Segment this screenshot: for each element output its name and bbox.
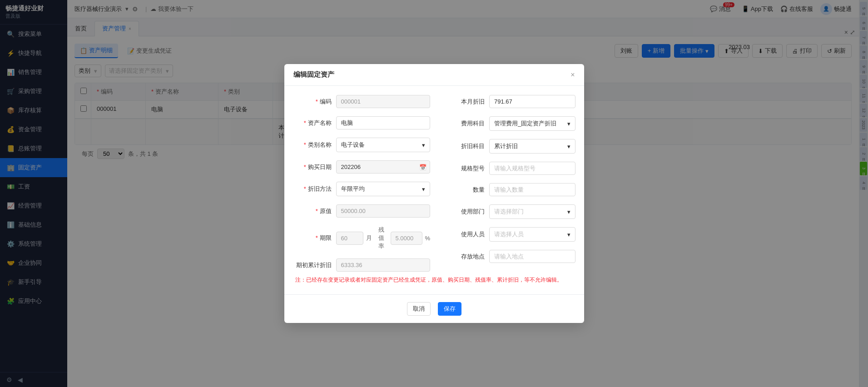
form-right-col: 本月折旧 费用科目 管理费用_固定资产折旧 ▾ 折旧科目 — [448, 95, 575, 272]
form-row-name: 资产名称 — [295, 116, 431, 129]
category-label: 类别名称 — [295, 141, 332, 149]
calendar-icon: 📅 — [419, 164, 427, 170]
quantity-label: 数量 — [448, 186, 485, 194]
period-inline: 月 残值率 % — [336, 226, 431, 250]
initial-depreciation-label: 期初累计折旧 — [295, 261, 332, 269]
spec-label: 规格型号 — [448, 164, 485, 173]
spec-input[interactable] — [489, 162, 575, 175]
department-label: 使用部门 — [448, 208, 485, 216]
user-placeholder: 请选择人员 — [494, 230, 524, 238]
cancel-btn[interactable]: 取消 — [407, 302, 431, 316]
form-left-col: 编码 资产名称 类别名称 电子设备 ▾ — [295, 95, 431, 272]
form-row-initial-depreciation: 期初累计折旧 — [295, 258, 431, 272]
name-label: 资产名称 — [295, 119, 332, 127]
initial-depreciation-input[interactable] — [336, 258, 431, 272]
depreciation-subject-select[interactable]: 累计折旧 ▾ — [489, 139, 575, 154]
original-value-label: 原值 — [295, 207, 332, 215]
depreciation-method-label: 折旧方法 — [295, 185, 332, 193]
depreciation-method-arrow: ▾ — [422, 186, 425, 193]
purchase-date-label: 购买日期 — [295, 163, 332, 171]
form-row-spec: 规格型号 — [448, 162, 575, 175]
form-row-quantity: 数量 — [448, 183, 575, 196]
dialog-body: 编码 资产名称 类别名称 电子设备 ▾ — [284, 86, 584, 294]
category-select-value: 电子设备 — [341, 141, 365, 149]
category-select-arrow: ▾ — [422, 142, 425, 149]
location-input[interactable] — [489, 250, 575, 263]
expense-subject-arrow: ▾ — [567, 120, 570, 127]
user-label: 使用人员 — [448, 230, 485, 238]
code-input[interactable] — [336, 95, 431, 108]
dialog-form: 编码 资产名称 类别名称 电子设备 ▾ — [295, 95, 573, 272]
purchase-date-input[interactable] — [336, 160, 431, 174]
expense-subject-value: 管理费用_固定资产折旧 — [494, 119, 556, 128]
form-row-depreciation-subject: 折旧科目 累计折旧 ▾ — [448, 139, 575, 154]
purchase-date-wrapper: 📅 — [336, 160, 431, 174]
form-row-user: 使用人员 请选择人员 ▾ — [448, 227, 575, 242]
depreciation-method-value: 年限平均 — [341, 185, 365, 193]
user-arrow: ▾ — [567, 231, 570, 238]
dialog-title: 编辑固定资产 — [293, 70, 334, 79]
depreciation-subject-arrow: ▾ — [567, 143, 570, 150]
residual-rate-label: 残值率 — [378, 226, 384, 250]
edit-dialog: 编辑固定资产 × 编码 资产名称 — [284, 64, 584, 323]
form-row-period: 期限 月 残值率 % — [295, 226, 431, 250]
original-value-input[interactable] — [336, 204, 431, 218]
form-row-expense-subject: 费用科目 管理费用_固定资产折旧 ▾ — [448, 116, 575, 131]
location-label: 存放地点 — [448, 253, 485, 261]
residual-rate-unit: % — [425, 235, 431, 242]
form-row-location: 存放地点 — [448, 250, 575, 263]
quantity-input[interactable] — [489, 183, 575, 196]
save-btn[interactable]: 保存 — [438, 302, 461, 316]
monthly-depreciation-label: 本月折旧 — [448, 98, 485, 106]
dialog-close-btn[interactable]: × — [570, 71, 575, 79]
name-input[interactable] — [336, 116, 431, 129]
form-note: 注：已经存在变更记录或者对应固定资产已经生成凭证，原值、购买日期、残值率、累计折… — [295, 272, 573, 285]
expense-subject-select[interactable]: 管理费用_固定资产折旧 ▾ — [489, 116, 575, 131]
form-row-category: 类别名称 电子设备 ▾ — [295, 138, 431, 152]
code-label: 编码 — [295, 98, 332, 106]
depreciation-subject-value: 累计折旧 — [494, 142, 518, 150]
user-select[interactable]: 请选择人员 ▾ — [489, 227, 575, 242]
expense-subject-label: 费用科目 — [448, 119, 485, 128]
depreciation-method-select[interactable]: 年限平均 ▾ — [336, 182, 431, 196]
form-row-purchase-date: 购买日期 📅 — [295, 160, 431, 174]
form-row-original-value: 原值 — [295, 204, 431, 218]
form-row-depreciation-method: 折旧方法 年限平均 ▾ — [295, 182, 431, 196]
department-placeholder: 请选择部门 — [494, 208, 524, 216]
category-select[interactable]: 电子设备 ▾ — [336, 138, 431, 152]
dialog-header: 编辑固定资产 × — [284, 64, 584, 86]
depreciation-subject-label: 折旧科目 — [448, 142, 485, 150]
form-row-code: 编码 — [295, 95, 431, 108]
period-label: 期限 — [295, 234, 332, 242]
department-arrow: ▾ — [567, 208, 570, 215]
form-row-department: 使用部门 请选择部门 ▾ — [448, 204, 575, 219]
period-input[interactable] — [336, 232, 363, 245]
monthly-depreciation-input[interactable] — [489, 95, 575, 108]
form-row-monthly-depreciation: 本月折旧 — [448, 95, 575, 108]
period-unit: 月 — [366, 234, 372, 242]
residual-rate-input[interactable] — [391, 232, 422, 245]
department-select[interactable]: 请选择部门 ▾ — [489, 204, 575, 219]
modal-overlay: 编辑固定资产 × 编码 资产名称 — [0, 0, 868, 387]
dialog-footer: 取消 保存 — [284, 294, 584, 323]
